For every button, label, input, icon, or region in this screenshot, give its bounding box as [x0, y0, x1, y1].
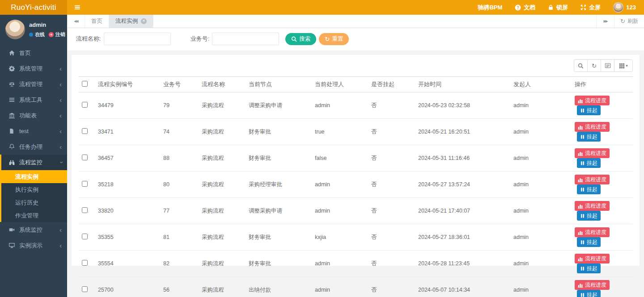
hamburger-icon — [74, 4, 81, 10]
table-detail-view-button[interactable] — [601, 59, 614, 72]
process-progress-button[interactable]: 流程进度 — [575, 148, 610, 158]
sidebar-toggle-button[interactable] — [67, 0, 88, 15]
progress-button-label: 流程进度 — [585, 281, 606, 289]
cell-assignee: false — [313, 145, 369, 172]
cell-suspended: 否 — [369, 198, 416, 224]
cell-node: 调整采购申请 — [247, 92, 313, 119]
cell-id: 35218 — [96, 172, 161, 198]
search-button[interactable]: 搜索 — [285, 33, 316, 45]
cell-start: 2024-05-27 18:36:01 — [416, 224, 512, 251]
menu-section-test: test‹ — [0, 123, 67, 139]
tabs-scroll-left-button[interactable]: ◀◀ — [67, 15, 85, 28]
row-checkbox[interactable] — [82, 286, 88, 292]
tab-close-icon[interactable]: × — [141, 18, 147, 24]
suspend-button[interactable]: 挂起 — [577, 132, 601, 142]
chevron-left-icon: ‹ — [59, 112, 62, 119]
nav-bpm[interactable]: 驰骋BPM — [478, 4, 502, 12]
cell-start: 2024-05-23 02:32:58 — [416, 92, 512, 119]
cell-actions: 流程进度挂起 — [573, 198, 633, 224]
user-panel: admin 在线 注销 — [0, 15, 67, 45]
logout-link[interactable]: 注销 — [48, 31, 65, 38]
sidebar-item-system-tools[interactable]: 系统工具‹ — [0, 92, 67, 108]
cell-assignee: admin — [313, 251, 369, 277]
menu-section-task-handling: 任务办理‹ — [0, 139, 67, 155]
suspend-button[interactable]: 挂起 — [577, 290, 601, 297]
table-search-toggle-button[interactable] — [574, 59, 588, 72]
process-name-label: 流程名称: — [76, 35, 101, 43]
suspend-button[interactable]: 挂起 — [577, 105, 601, 115]
suspend-button[interactable]: 挂起 — [577, 237, 601, 247]
cell-suspended: 否 — [369, 172, 416, 198]
home-icon — [9, 50, 16, 56]
sidebar-subitem-run-history[interactable]: 运行历史 — [1, 196, 67, 209]
nav-lock-screen[interactable]: 锁屏 — [548, 4, 568, 12]
process-progress-button[interactable]: 流程进度 — [575, 227, 610, 237]
cell-initiator: admin — [512, 198, 573, 224]
row-checkbox[interactable] — [82, 181, 88, 187]
cell-start: 2024-05-31 11:16:46 — [416, 145, 512, 172]
chevron-left-icon: ‹ — [59, 81, 62, 88]
process-progress-button[interactable]: 流程进度 — [575, 280, 610, 290]
row-checkbox[interactable] — [82, 234, 88, 239]
sidebar-subitem-job-mgmt[interactable]: 作业管理 — [1, 209, 67, 222]
tab-home[interactable]: 首页 — [85, 15, 109, 28]
sidebar-menu: 首页系统管理‹流程管理‹系统工具‹功能表‹test‹任务办理‹流程监控‹流程实例… — [0, 45, 67, 253]
sidebar-item-function-table[interactable]: 功能表‹ — [0, 108, 67, 123]
row-checkbox-cell — [78, 172, 96, 198]
nav-fullscreen[interactable]: 全屏 — [580, 4, 601, 12]
sidebar-item-task-handling[interactable]: 任务办理‹ — [0, 139, 67, 155]
sidebar-item-label: 系统监控 — [19, 226, 59, 234]
bar-chart-icon — [578, 98, 583, 103]
select-all-checkbox[interactable] — [82, 81, 88, 87]
sidebar-item-system-mgmt[interactable]: 系统管理‹ — [0, 61, 67, 76]
process-progress-button[interactable]: 流程进度 — [575, 122, 610, 132]
cell-id: 36457 — [96, 145, 161, 172]
business-no-input[interactable] — [212, 33, 279, 45]
process-name-input[interactable] — [104, 33, 171, 45]
sidebar-item-demo[interactable]: 实例演示‹ — [0, 238, 67, 253]
tab-process-instances[interactable]: 流程实例× — [109, 15, 153, 28]
progress-button-label: 流程进度 — [585, 176, 606, 184]
table-refresh-button[interactable]: ↻ — [587, 59, 601, 72]
nav-user[interactable]: 123 — [613, 2, 636, 13]
suspend-button-label: 挂起 — [587, 186, 597, 193]
process-progress-button[interactable]: 流程进度 — [575, 201, 610, 211]
sidebar-subitem-execution-instances[interactable]: 执行实例 — [1, 183, 67, 196]
tabs-scroll-right-button[interactable]: ▶▶ — [596, 15, 614, 28]
suspend-button[interactable]: 挂起 — [577, 158, 601, 168]
cell-node: 财务审批 — [247, 224, 313, 251]
reset-button[interactable]: ↻ 重置 — [319, 33, 349, 45]
row-checkbox[interactable] — [82, 207, 88, 213]
cell-start: 2024-05-28 11:23:45 — [416, 251, 512, 277]
sidebar-item-process-mgmt[interactable]: 流程管理‹ — [0, 76, 67, 92]
sidebar-item-label: 实例演示 — [19, 242, 59, 250]
nav-docs[interactable]: 文档 — [515, 4, 535, 12]
suspend-button[interactable]: 挂起 — [577, 211, 601, 221]
tab-refresh-button[interactable]: ↻ 刷新 — [614, 15, 644, 28]
menu-section-process-monitor: 流程监控‹流程实例执行实例运行历史作业管理 — [0, 155, 67, 222]
row-checkbox[interactable] — [82, 155, 88, 160]
logout-icon — [48, 32, 54, 38]
sidebar-item-system-monitor[interactable]: 系统监控‹ — [0, 222, 67, 238]
process-progress-button[interactable]: 流程进度 — [575, 175, 610, 184]
process-progress-button[interactable]: 流程进度 — [575, 96, 610, 105]
row-checkbox[interactable] — [82, 260, 88, 266]
list-icon — [9, 97, 16, 103]
sidebar-item-label: 功能表 — [19, 112, 59, 120]
sidebar-item-home[interactable]: 首页 — [0, 45, 67, 61]
row-checkbox[interactable] — [82, 102, 88, 108]
cell-suspended: 否 — [369, 92, 416, 119]
suspend-button[interactable]: 挂起 — [577, 264, 601, 273]
sidebar-item-test[interactable]: test‹ — [0, 123, 67, 139]
table-columns-button[interactable]: ▾ — [614, 59, 633, 72]
sidebar-item-process-monitor[interactable]: 流程监控‹ — [1, 155, 67, 170]
suspend-button-label: 挂起 — [587, 212, 597, 220]
progress-button-label: 流程进度 — [585, 97, 606, 105]
app-logo: RuoYi-activiti — [0, 0, 67, 15]
process-progress-button[interactable]: 流程进度 — [575, 254, 610, 264]
sidebar-subitem-process-instances[interactable]: 流程实例 — [1, 170, 67, 183]
user-avatar[interactable] — [5, 20, 25, 39]
suspend-button[interactable]: 挂起 — [577, 184, 601, 194]
cell-biz: 81 — [161, 224, 200, 251]
row-checkbox[interactable] — [82, 128, 88, 134]
